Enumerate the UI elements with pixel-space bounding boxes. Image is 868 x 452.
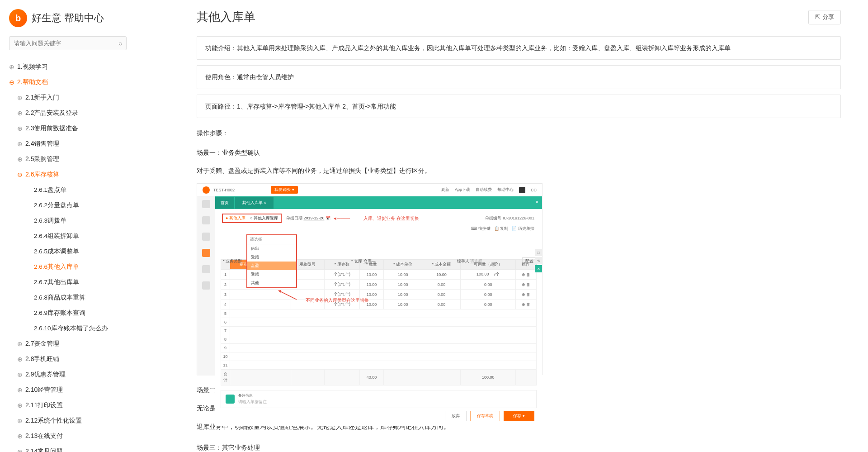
nav-2-6-1[interactable]: 2.6.1盘点单 xyxy=(9,182,129,198)
ss-test-label: TEST-H002 xyxy=(213,188,235,192)
nav-label: 2.6.5成本调整单 xyxy=(34,247,79,256)
nav-2-10[interactable]: ⊕2.10经营管理 xyxy=(9,382,129,398)
nav-2-4[interactable]: ⊕2.4销售管理 xyxy=(9,136,129,152)
nav-2-2[interactable]: ⊕2.2产品安装及登录 xyxy=(9,105,129,121)
ss-remark-box: 备注信息请输入单据备注 xyxy=(221,390,537,408)
avatar-icon xyxy=(519,187,525,193)
table-row: 11 xyxy=(221,361,537,370)
scene1-text: 对于受赠、盘盈或是拆装入库等不同的业务，是通过单据头【业务类型】进行区分。 xyxy=(197,165,841,176)
nav-video[interactable]: ⊕1.视频学习 xyxy=(9,59,129,75)
nav-2-6-4[interactable]: 2.6.4组装拆卸单 xyxy=(9,228,129,244)
ss-rightbar: □ ⟲ ✕ xyxy=(535,249,542,273)
nav-2-5[interactable]: ⊕2.5采购管理 xyxy=(9,152,129,167)
ss-body: ● 其他入库 ○ 其他入库退库 单据日期 2019-12-26 📅 ◄──── … xyxy=(215,209,542,426)
nav-label: 2.6.3调拨单 xyxy=(34,217,66,225)
nav-label: 2.7资金管理 xyxy=(25,340,59,348)
th: * 成本金额 xyxy=(422,260,461,270)
nav-2-11[interactable]: ⊕2.11打印设置 xyxy=(9,398,129,413)
nav-2-12[interactable]: ⊕2.12系统个性化设置 xyxy=(9,413,129,428)
nav-2-6-5[interactable]: 2.6.5成本调整单 xyxy=(9,244,129,259)
nav-2-8[interactable]: ⊕2.8手机旺铺 xyxy=(9,352,129,367)
ss-dd-item: 受赠 xyxy=(247,270,296,279)
nav-2-9[interactable]: ⊕2.9优惠券管理 xyxy=(9,367,129,382)
nav-2-3[interactable]: ⊕2.3使用前数据准备 xyxy=(9,121,129,136)
ss-tab-home: 首页 xyxy=(215,197,234,209)
plus-icon: ⊕ xyxy=(9,63,14,71)
svg-line-0 xyxy=(278,290,297,300)
ss-nav-icon xyxy=(202,233,210,241)
plus-icon: ⊕ xyxy=(17,371,23,378)
plus-icon: ⊕ xyxy=(17,140,23,147)
nav-2-6-2[interactable]: 2.6.2分量盘点单 xyxy=(9,198,129,213)
ss-nav-icon xyxy=(202,216,210,224)
search-box: ⌕ xyxy=(9,36,129,50)
nav-label: 2.13在线支付 xyxy=(25,432,63,440)
plus-icon: ⊕ xyxy=(17,417,23,424)
nav-2-6-3[interactable]: 2.6.3调拨单 xyxy=(9,213,129,228)
page-title: 其他入库单 xyxy=(197,9,255,25)
tool-icon: ⟲ xyxy=(535,257,542,264)
search-input[interactable] xyxy=(9,36,127,50)
table-row: 10 xyxy=(221,352,537,361)
nav-2-6-9[interactable]: 2.6.9库存账本查询 xyxy=(9,305,129,321)
logo-area: b 好生意 帮助中心 xyxy=(9,9,129,27)
ss-nav-icon-active xyxy=(202,249,210,257)
nav-2-1[interactable]: ⊕2.1新手入门 xyxy=(9,90,129,105)
tool-icon: □ xyxy=(535,249,542,256)
nav-label: 2.6.2分量盘点单 xyxy=(34,201,79,209)
nav-2-6-10[interactable]: 2.6.10库存账本错了怎么办 xyxy=(9,321,129,336)
table-row: 4个(1*1个)10.0010.000.000.00⊕ 🗑 xyxy=(221,300,537,309)
page-header: 其他入库单 ⇱分享 xyxy=(197,9,841,25)
table-row: 8 xyxy=(221,335,537,344)
plus-icon: ⊕ xyxy=(17,156,23,163)
scene3-title: 场景三：其它业务处理 xyxy=(197,444,841,452)
ss-help: 帮助中心 xyxy=(497,187,514,193)
arrow-icon: ◄──── xyxy=(333,216,350,221)
ss-tool3: 📄 历史单据 xyxy=(512,226,534,232)
nav-2-6-7[interactable]: 2.6.7其他出库单 xyxy=(9,275,129,290)
nav-label: 2.10经营管理 xyxy=(25,386,63,394)
ss-nav-icon xyxy=(202,265,210,273)
intro-box: 功能介绍：其他入库单用来处理除采购入库、产成品入库之外的其他入库业务，因此其他入… xyxy=(197,36,841,60)
sidebar: b 好生意 帮助中心 ⌕ ⊕1.视频学习 ⊖2.帮助文档 ⊕2.1新手入门 ⊕2… xyxy=(0,0,138,452)
nav-label: 2.8手机旺铺 xyxy=(25,355,59,363)
nav-2-6[interactable]: ⊖2.6库存核算 xyxy=(9,167,129,182)
nav-label: 2.6.7其他出库单 xyxy=(34,278,79,286)
nav-label: 2.11打印设置 xyxy=(25,401,63,409)
nav-2-13[interactable]: ⊕2.13在线支付 xyxy=(9,428,129,444)
plus-icon: ⊕ xyxy=(17,356,23,363)
nav-help-docs[interactable]: ⊖2.帮助文档 xyxy=(9,75,129,90)
nav-2-6-8[interactable]: 2.6.8商品成本重算 xyxy=(9,290,129,305)
remark-placeholder: 请输入单据备注 xyxy=(238,400,267,404)
nav-2-6-6[interactable]: 2.6.6其他入库单 xyxy=(9,259,129,275)
ss-radio2: ○ 其他入库退库 xyxy=(250,215,278,221)
table-row: 3个(1*1个)10.0010.000.000.00⊕ 🗑 xyxy=(221,290,537,300)
ss-draft-button: 保存草稿 xyxy=(470,411,500,421)
ss-user: CC xyxy=(531,188,537,192)
ss-annotation2: 不同业务的入库类型在这里切换 xyxy=(306,297,369,304)
ss-dd-head: 请选择 xyxy=(247,235,296,244)
plus-icon: ⊕ xyxy=(17,433,23,440)
table-row: 7 xyxy=(221,327,537,335)
share-button[interactable]: ⇱分享 xyxy=(808,10,841,24)
search-icon[interactable]: ⌕ xyxy=(118,39,122,47)
nav-2-7[interactable]: ⊕2.7资金管理 xyxy=(9,336,129,352)
main-content: 其他入库单 ⇱分享 功能介绍：其他入库单用来处理除采购入库、产成品入库之外的其他… xyxy=(138,0,868,452)
th: * 成本单价 xyxy=(384,260,422,270)
ss-refresh: 刷新 xyxy=(441,187,449,193)
close-icon: × xyxy=(536,199,538,205)
ss-toolbar: ⌨ 快捷键 📋 复制 📄 历史单据 xyxy=(221,226,537,232)
nav-label: 2.9优惠券管理 xyxy=(25,371,66,379)
nav-label: 2.14常见问题 xyxy=(25,447,63,452)
embedded-screenshot: TEST-H002 我要购买 ▾ 刷新 App下载 自动续费 帮助中心 CC xyxy=(197,183,542,375)
logo-icon: b xyxy=(9,9,27,27)
ss-dropdown: 请选择 借出 受赠 盘盈 受赠 其他 xyxy=(246,234,297,288)
nav-label: 2.6库存核算 xyxy=(25,171,59,179)
intro-text: 其他入库单用来处理除采购入库、产成品入库之外的其他入库业务，因此其他入库单可处理… xyxy=(237,44,731,52)
ss-date-label: 单据日期 2019-12-26 📅 xyxy=(286,215,330,221)
ss-logo-icon xyxy=(203,186,210,194)
nav-2-14[interactable]: ⊕2.14常见问题 xyxy=(9,444,129,452)
ss-nav-icon xyxy=(202,281,210,290)
ss-radio-group: ● 其他入库 ○ 其他入库退库 xyxy=(222,214,282,223)
table-totals: 合计40.00100.00 xyxy=(221,370,537,385)
